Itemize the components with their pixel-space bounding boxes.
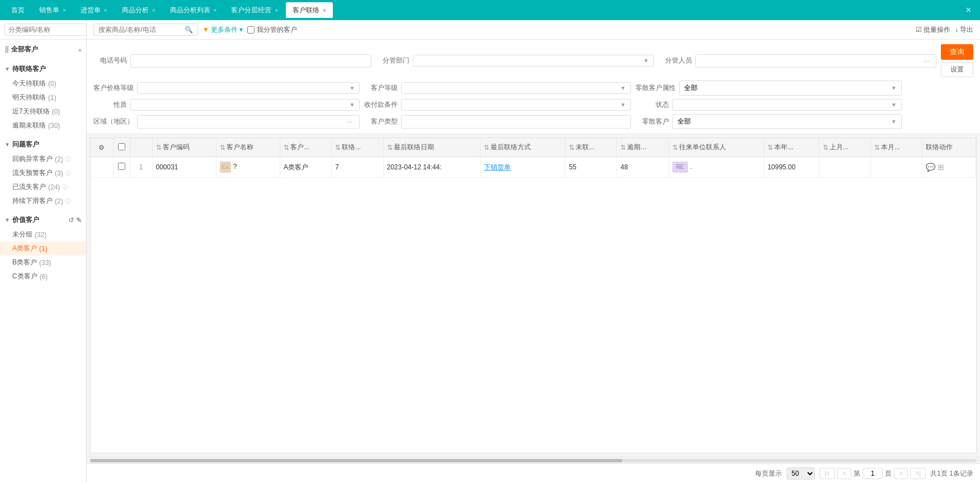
customer-level-field: 客户等级 ▼ <box>364 82 630 94</box>
sidebar-item-churned[interactable]: 已流失客户(24) ⓘ <box>0 180 86 194</box>
dots-icon[interactable]: ··· <box>345 118 355 126</box>
batch-operation-button[interactable]: ☑ 批量操作 <box>916 25 950 35</box>
tab-home[interactable]: 首页 <box>4 2 31 18</box>
status-field: 状态 ▼ <box>635 99 902 111</box>
tab-customer-segment[interactable]: 客户分层经营 × <box>224 2 285 18</box>
sidebar-item-b-class[interactable]: B类客户(33) <box>0 255 86 269</box>
sort-icon[interactable]: ⇅ <box>387 144 393 151</box>
sidebar-item-today-contact[interactable]: 今天待联络(0) <box>0 77 86 91</box>
last-page-button[interactable]: >| <box>910 468 926 479</box>
horizontal-scrollbar[interactable] <box>87 457 980 463</box>
price-level-select[interactable]: ▼ <box>137 82 360 94</box>
select-all-checkbox[interactable] <box>118 143 125 150</box>
sidebar-item-overdue-contact[interactable]: 逾期未联络(30) <box>0 119 86 132</box>
sort-icon[interactable]: ⇅ <box>335 144 341 151</box>
payment-select[interactable]: ▼ <box>401 99 630 111</box>
row-this-month <box>871 157 922 178</box>
filter-bar: 🔍 ▼ 更多条件 ▾ 我分管的客户 ☑ 批量操作 ↓ 导出 <box>87 20 980 40</box>
sidebar-item-7day-contact[interactable]: 近7天待联络(0) <box>0 105 86 119</box>
prev-page-button[interactable]: < <box>837 468 851 479</box>
nature-select[interactable]: ▼ <box>130 99 360 111</box>
scrollbar-thumb[interactable] <box>90 459 622 462</box>
sidebar-item-c-class[interactable]: C类客户(6) <box>0 269 86 283</box>
customer-type-input[interactable] <box>401 115 630 129</box>
problem-customer-header[interactable]: ▼ 问题客户 <box>0 137 86 152</box>
query-button[interactable]: 查询 <box>941 44 973 60</box>
retail-attr-field: 零散客户属性 全部 ▼ <box>635 80 902 96</box>
region-field: 区域（地区） ··· <box>93 115 360 129</box>
tab-product-analysis-list[interactable]: 商品分析列表 × <box>163 2 224 18</box>
phone-input[interactable] <box>130 54 371 68</box>
edit-icon[interactable]: ✎ <box>76 216 82 224</box>
dept-select[interactable]: ▼ <box>413 55 654 67</box>
my-customers-filter[interactable]: 我分管的客户 <box>247 25 297 35</box>
sidebar: 🔍 ⣿ 全部客户 « ▼ 待联络客户 今天待联络(0) 明天待联络(1) 近7天… <box>0 20 87 483</box>
tab-sales[interactable]: 销售单 × <box>32 2 73 18</box>
row-overdue: 48 <box>617 157 668 178</box>
close-icon[interactable]: × <box>214 7 217 13</box>
filter-row-1: 电话号码 分管部门 ▼ 分管人员 ··· <box>93 44 973 77</box>
retail-attr-select[interactable]: 全部 ▼ <box>679 80 902 96</box>
sidebar-item-tomorrow-contact[interactable]: 明天待联络(1) <box>0 91 86 105</box>
contact-method-link[interactable]: 下销货单 <box>484 163 511 171</box>
message-icon[interactable]: 💬 <box>926 163 935 172</box>
close-icon[interactable]: × <box>275 7 278 13</box>
sort-icon[interactable]: ⇅ <box>156 144 162 151</box>
sidebar-item-declining[interactable]: 持续下滑客户(2) ⓘ <box>0 194 86 208</box>
sort-icon[interactable]: ⇅ <box>874 144 880 151</box>
customer-level-select[interactable]: ▼ <box>401 82 630 94</box>
tab-purchase[interactable]: 进货单 × <box>74 2 114 18</box>
category-search-input[interactable] <box>4 23 87 36</box>
gear-icon[interactable]: ⚙ <box>98 144 105 151</box>
first-page-button[interactable]: |< <box>819 468 835 479</box>
dots-icon[interactable]: ··· <box>921 57 931 65</box>
person-input[interactable]: ··· <box>695 54 936 68</box>
region-select[interactable]: ··· <box>137 115 360 129</box>
sidebar-item-churn-warning[interactable]: 流失预警客户(3) ⓘ <box>0 166 86 180</box>
value-customer-header[interactable]: ▼ 价值客户 ↺ ✎ <box>0 212 86 228</box>
qr-icon[interactable]: ⊞ <box>937 163 944 172</box>
retail-customer-select[interactable]: 全部 ▼ <box>672 114 902 129</box>
info-icon: ⓘ <box>65 197 71 205</box>
sidebar-all-customers[interactable]: ⣿ 全部客户 « <box>0 42 86 57</box>
sort-icon[interactable]: ⇅ <box>484 144 489 151</box>
refresh-icon[interactable]: ↺ <box>68 216 74 224</box>
customer-type-field: 客户类型 <box>364 115 630 129</box>
page-input[interactable] <box>863 468 883 479</box>
close-icon[interactable]: × <box>63 7 66 13</box>
search-icon[interactable]: 🔍 <box>185 26 193 34</box>
search-input[interactable] <box>98 26 182 34</box>
sidebar-item-a-class[interactable]: A类客户(1) <box>0 242 86 255</box>
close-icon[interactable]: × <box>152 7 156 13</box>
more-filters-button[interactable]: ▼ 更多条件 ▾ <box>202 25 243 35</box>
tab-customer-contact[interactable]: 客户联络 × <box>286 2 333 18</box>
sort-icon[interactable]: ⇅ <box>620 144 626 151</box>
chevron-down-icon: ▾ <box>239 26 243 34</box>
row-last-contact-method: 下销货单 <box>480 157 566 178</box>
customer-table: ⚙ ⇅ 客户编码 <box>91 138 976 178</box>
sort-icon[interactable]: ⇅ <box>569 144 574 151</box>
settings-button[interactable]: 设置 <box>941 62 973 77</box>
sort-icon[interactable]: ⇅ <box>220 144 225 151</box>
my-customers-checkbox[interactable] <box>247 26 255 34</box>
sort-icon[interactable]: ⇅ <box>672 144 678 151</box>
tab-product-analysis[interactable]: 商品分析 × <box>115 2 162 18</box>
pending-contact-header[interactable]: ▼ 待联络客户 <box>0 61 86 77</box>
sort-icon[interactable]: ⇅ <box>284 144 289 151</box>
sidebar-item-repurchase-abnormal[interactable]: 回购异常客户(2) ⓘ <box>0 152 86 166</box>
sort-icon[interactable]: ⇅ <box>767 144 773 151</box>
payment-field: 收付款条件 ▼ <box>364 99 630 111</box>
status-select[interactable]: ▼ <box>672 99 902 111</box>
sidebar-item-ungroup[interactable]: 未分组(32) <box>0 228 86 242</box>
page-size-select[interactable]: 50 100 200 <box>786 467 815 480</box>
col-gear[interactable]: ⚙ <box>91 138 113 157</box>
next-page-button[interactable]: > <box>894 468 908 479</box>
row-select-checkbox[interactable] <box>118 163 125 170</box>
export-button[interactable]: ↓ 导出 <box>955 25 973 35</box>
close-icon[interactable]: × <box>104 7 107 13</box>
col-last-contact-method: ⇅ 最后联络方式 <box>480 138 566 157</box>
close-icon[interactable]: × <box>323 7 326 13</box>
row-gear <box>91 157 113 178</box>
sort-icon[interactable]: ⇅ <box>823 144 828 151</box>
close-all-button[interactable]: × <box>962 5 976 15</box>
